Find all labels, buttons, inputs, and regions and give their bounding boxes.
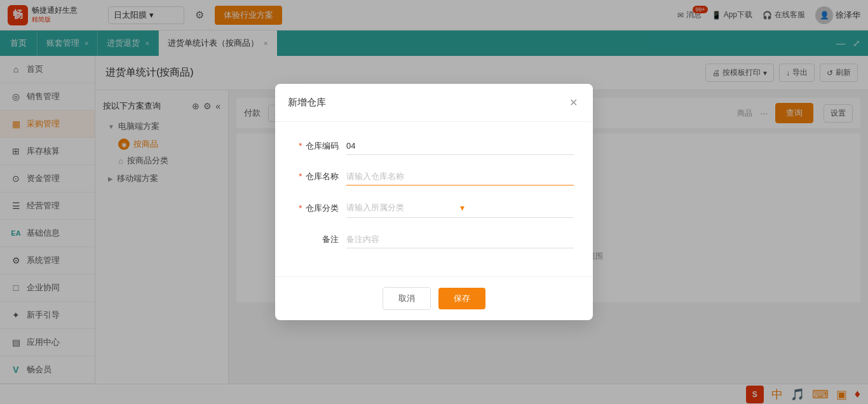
note-label: 备注 xyxy=(294,234,339,245)
cancel-button[interactable]: 取消 xyxy=(383,287,431,310)
form-row-category: * 仓库分类 请输入所属分类 ▾ xyxy=(294,198,574,218)
form-row-note: 备注 xyxy=(294,231,574,248)
modal-footer: 取消 保存 xyxy=(275,276,593,320)
code-label: * 仓库编码 xyxy=(294,140,339,152)
modal-title: 新增仓库 xyxy=(288,97,326,109)
category-select[interactable]: 请输入所属分类 ▾ xyxy=(346,198,574,218)
category-dropdown-icon: ▾ xyxy=(460,203,574,213)
save-button[interactable]: 保存 xyxy=(438,288,485,309)
category-label: * 仓库分类 xyxy=(294,203,339,214)
name-label: * 仓库名称 xyxy=(294,171,339,182)
code-input[interactable] xyxy=(346,137,574,155)
modal-body: * 仓库编码 * 仓库名称 * 仓库分类 请输入所属 xyxy=(275,122,593,276)
form-row-name: * 仓库名称 xyxy=(294,168,574,185)
modal-header: 新增仓库 ✕ xyxy=(275,84,593,122)
modal-add-warehouse: 新增仓库 ✕ * 仓库编码 * 仓库名称 xyxy=(275,84,593,320)
name-input[interactable] xyxy=(346,168,574,185)
modal-overlay[interactable]: 新增仓库 ✕ * 仓库编码 * 仓库名称 xyxy=(0,0,868,404)
note-input[interactable] xyxy=(346,231,574,248)
modal-close-button[interactable]: ✕ xyxy=(567,94,580,111)
form-row-code: * 仓库编码 xyxy=(294,137,574,155)
